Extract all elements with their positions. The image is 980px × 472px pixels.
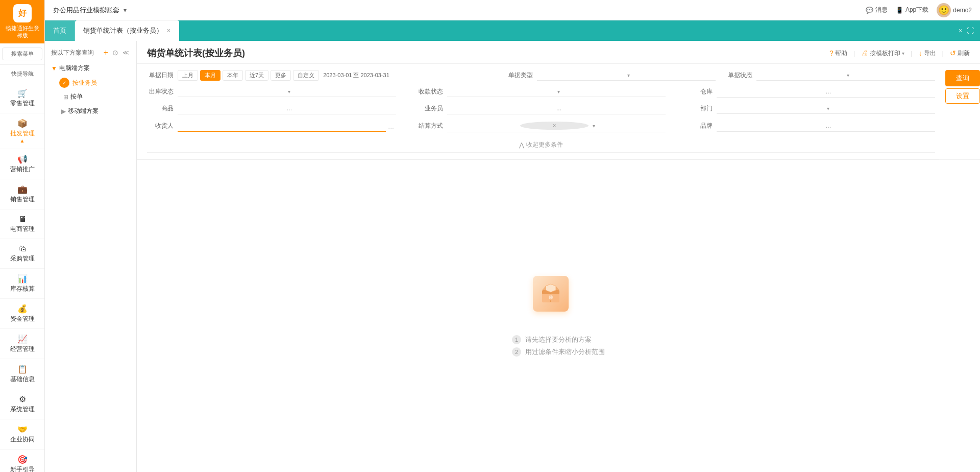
sidebar-item-newbie[interactable]: 🎯 新手引导 [0, 450, 44, 472]
out-status-dropdown[interactable]: ▾ [178, 87, 396, 97]
this-month-btn[interactable]: 本月 [200, 70, 220, 81]
divider3: | [942, 50, 944, 57]
close-window-icon[interactable]: × [959, 27, 963, 35]
filter-date: 单据日期 上月 本月 本年 近7天 更多 自定义 2023-03-01 至 20… [147, 70, 496, 81]
sidebar-item-retail[interactable]: 🛒 零售管理 [0, 83, 44, 113]
sidebar-item-inventory[interactable]: 📊 库存核算 [0, 269, 44, 299]
print-dropdown-arrow[interactable]: ▾ [902, 51, 904, 56]
recipient-dots[interactable]: ... [386, 122, 396, 130]
sidebar-item-finance[interactable]: 💰 资金管理 [0, 299, 44, 329]
sidebar-logo[interactable]: 好 畅捷通好生意 标版 [0, 0, 44, 43]
wholesale-icon: 📦 [17, 119, 28, 128]
tab-close-button[interactable]: × [167, 27, 170, 34]
payment-arrow: ▾ [593, 123, 662, 129]
last-month-btn[interactable]: 上月 [178, 70, 198, 81]
doc-type-dropdown[interactable]: ▾ [537, 70, 716, 81]
salesperson-dots[interactable]: ... [554, 105, 662, 112]
scheme-by-salesperson[interactable]: ✓ 按业务员 [45, 75, 136, 90]
user-profile[interactable]: 🙂 demo2 [937, 3, 972, 17]
goods-dropdown[interactable]: ... [178, 103, 396, 114]
newbie-label: 新手引导 [10, 465, 35, 472]
payment-label: 结算方式 [416, 122, 443, 130]
settings-scheme-button[interactable]: ⊙ [111, 49, 119, 57]
sidebar-item-system[interactable]: ⚙ 系统管理 [0, 389, 44, 419]
quick-nav-button[interactable]: 快捷导航 [0, 67, 44, 81]
warehouse-label: 仓库 [686, 87, 713, 96]
add-scheme-button[interactable]: + [103, 48, 109, 57]
dept-arrow: ▾ [827, 106, 931, 111]
enterprise-label: 企业协同 [10, 435, 35, 444]
warehouse-dots[interactable]: ... [824, 88, 931, 95]
finance-label: 资金管理 [10, 315, 35, 323]
tab-sales-stats-label: 销货单统计表（按业务员） [83, 26, 163, 35]
wholesale-label: 批发管理 [10, 129, 35, 138]
basic-label: 基础信息 [10, 375, 35, 384]
collapse-panel-button[interactable]: ≪ [121, 49, 130, 56]
tab-home[interactable]: 首页 [45, 20, 75, 41]
refresh-button[interactable]: ↺ 刷新 [950, 49, 970, 58]
quick-nav-section: 快捷导航 [0, 65, 44, 83]
sidebar-item-purchase[interactable]: 🛍 采购管理 [0, 239, 44, 269]
custom-btn[interactable]: 自定义 [293, 70, 319, 81]
recipient-label: 收货人 [147, 122, 174, 130]
last7-btn[interactable]: 近7天 [245, 70, 268, 81]
doc-status-dropdown[interactable]: ▾ [756, 70, 935, 81]
sidebar-item-ecommerce[interactable]: 🖥 电商管理 [0, 209, 44, 239]
collapse-button[interactable]: ⋀ 收起更多条件 [519, 140, 563, 149]
search-menu-button[interactable]: 搜索菜单 [2, 48, 42, 60]
payment-clear[interactable]: × [520, 122, 589, 130]
inventory-label: 库存核算 [10, 285, 35, 293]
warehouse-dropdown[interactable]: ... [717, 86, 935, 98]
doc-type-arrow: ▾ [627, 73, 712, 78]
print-icon: 🖨 [861, 49, 868, 57]
empty-state: 1 请先选择要分析的方案 2 用过滤条件来缩小分析范围 [137, 160, 980, 472]
tab-sales-stats[interactable]: 销货单统计表（按业务员） × [75, 20, 179, 41]
newbie-icon: 🎯 [17, 455, 28, 464]
collect-status-arrow: ▾ [557, 89, 662, 95]
logo-icon: 好 [13, 4, 32, 22]
breadcrumb-dropdown[interactable]: ▾ [124, 7, 127, 14]
date-filter: 上月 本月 本年 近7天 更多 自定义 2023-03-01 至 2023-03… [178, 70, 496, 81]
retail-label: 零售管理 [10, 99, 35, 108]
mobile-group[interactable]: ▶ 移动端方案 [55, 104, 136, 118]
sidebar-item-operations[interactable]: 📈 经营管理 [0, 329, 44, 359]
expand-icon[interactable]: ⛶ [967, 27, 974, 35]
logo-text: 畅捷通好生意 [6, 25, 39, 32]
salesperson-dropdown[interactable]: ... [447, 103, 666, 114]
scheme-by-doc[interactable]: ⊞ 按单 [45, 90, 136, 103]
brand-dropdown[interactable]: ... [717, 120, 935, 132]
goods-dots[interactable]: ... [285, 105, 392, 112]
export-button[interactable]: ↓ 导出 [919, 49, 936, 58]
payment-dropdown[interactable]: × ▾ [447, 120, 666, 132]
desktop-group-arrow: ▼ [51, 65, 57, 72]
print-button[interactable]: 🖨 按模板打印 ▾ [861, 49, 904, 58]
this-year-btn[interactable]: 本年 [223, 70, 243, 81]
collapse-up-icon: ⋀ [519, 141, 524, 149]
dept-dropdown[interactable]: ▾ [717, 104, 935, 114]
message-button[interactable]: 💬 消息 [866, 6, 888, 14]
brand-label: 品牌 [686, 122, 713, 130]
set-button[interactable]: 设置 [945, 88, 980, 104]
sidebar-item-sales[interactable]: 💼 销售管理 [0, 179, 44, 209]
sidebar-item-wholesale[interactable]: 📦 批发管理 ▲ [0, 113, 44, 149]
purchase-icon: 🛍 [18, 244, 27, 253]
desktop-group[interactable]: ▼ 电脑端方案 [45, 61, 136, 75]
system-icon: ⚙ [19, 394, 26, 404]
recipient-input[interactable] [178, 120, 386, 132]
enterprise-icon: 🤝 [17, 424, 28, 434]
sidebar-item-enterprise[interactable]: 🤝 企业协同 [0, 419, 44, 450]
query-button[interactable]: 查询 [945, 70, 980, 86]
export-label: 导出 [924, 49, 936, 58]
collect-status-dropdown[interactable]: ▾ [447, 87, 666, 97]
filter-payment: 结算方式 × ▾ [416, 120, 666, 132]
help-button[interactable]: ? 帮助 [829, 49, 847, 58]
more-btn[interactable]: 更多 [271, 70, 291, 81]
app-download-button[interactable]: 📱 App下载 [896, 6, 928, 14]
brand-dots[interactable]: ... [824, 122, 931, 129]
hint-num-1: 1 [512, 335, 521, 344]
sidebar-item-marketing[interactable]: 📢 营销推广 [0, 149, 44, 179]
search-section: 搜索菜单 [0, 43, 44, 65]
salesperson-label: 业务员 [416, 104, 443, 113]
sidebar-item-basic[interactable]: 📋 基础信息 [0, 359, 44, 389]
help-label: 帮助 [835, 49, 847, 58]
